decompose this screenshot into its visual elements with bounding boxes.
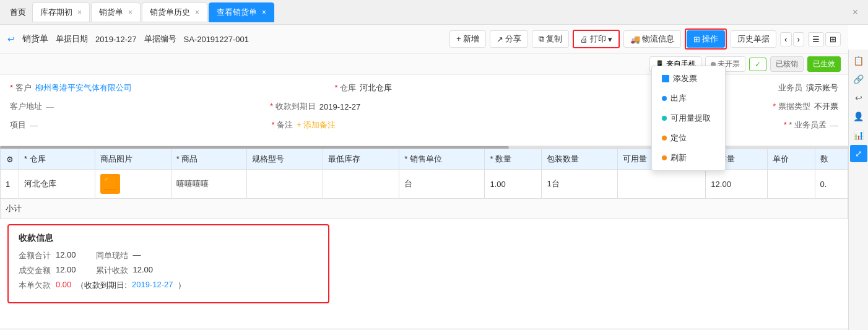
project-field: 项目 — [10, 119, 38, 131]
col-other: 数 [815, 149, 848, 170]
check-green-button[interactable]: ✓ [749, 58, 766, 71]
cumulative-value: 12.00 [133, 265, 154, 276]
view-toggle: ☰ ⊞ [808, 32, 841, 46]
list-view-button[interactable]: ☰ [808, 32, 824, 46]
staff-sale-value: — [830, 121, 838, 130]
col-min-stock: 最低库存 [323, 149, 399, 170]
logistics-button[interactable]: 🚚 物流信息 [623, 30, 681, 48]
nav-arrows: ‹ › [780, 32, 804, 46]
invoice-label: 票据类型 [773, 101, 810, 112]
pay-date-value: 2019-12-27 [319, 102, 361, 111]
sidebar-link-icon[interactable]: 🔗 [850, 71, 867, 88]
effect-button[interactable]: 已生效 [807, 56, 841, 72]
sold-button[interactable]: 已核销 [770, 56, 804, 72]
product-image: 🟧 [100, 174, 120, 194]
out-warehouse-dot [662, 96, 667, 101]
sidebar-clipboard-icon[interactable]: 📋 [850, 52, 867, 69]
menu-available-extract[interactable]: 可用量提取 [652, 108, 725, 128]
doc-num-value: SA-20191227-001 [184, 35, 250, 44]
row-warehouse: 河北仓库 [19, 170, 95, 199]
col-product: * 商品 [171, 149, 247, 170]
available-extract-dot [662, 116, 667, 121]
cumulative-label: 累计收款 [96, 265, 128, 276]
copy-button[interactable]: ⧉ 复制 [532, 30, 569, 48]
col-image: 商品图片 [95, 149, 171, 170]
doc-num-label: 单据编号 [144, 33, 176, 45]
print-button[interactable]: 🖨 打印 ▾ [573, 30, 620, 48]
row-price [768, 170, 815, 199]
share-button[interactable]: ↗ 分享 [490, 30, 528, 48]
next-button[interactable]: › [793, 32, 804, 46]
row-other: 0. [815, 170, 848, 199]
window-close-button[interactable]: × [848, 7, 863, 18]
tab-sales-history-close[interactable]: × [195, 8, 199, 17]
tab-sales-close[interactable]: × [128, 8, 132, 17]
row-unit: 台 [399, 170, 485, 199]
cumulative-item: 累计收款 12.00 [96, 265, 154, 276]
tab-sales-history[interactable]: 销货单历史 × [142, 2, 207, 22]
payment-row-2: 成交金额 12.00 累计收款 12.00 [19, 265, 318, 276]
add-remark-button[interactable]: + 添加备注 [297, 119, 336, 131]
sidebar-user-icon[interactable]: 👤 [850, 108, 867, 125]
customer-field: 客户 柳州粤港平安气体有限公司 [10, 82, 132, 93]
tab-sales[interactable]: 销货单 × [91, 2, 141, 22]
doc-icon: ↩ [7, 34, 15, 44]
tab-inventory-close[interactable]: × [77, 8, 82, 17]
table-row: 1 河北仓库 🟧 嘻嘻嘻嘻 台 1.00 1台 12.00 [1, 170, 848, 199]
total-value: 12.00 [56, 250, 76, 261]
trade-value: 12.00 [56, 265, 76, 276]
col-spec: 规格型号 [247, 149, 323, 170]
row-pack-qty: 1台 [542, 170, 618, 199]
tab-inventory[interactable]: 库存期初 × [32, 2, 90, 22]
grid-view-button[interactable]: ⊞ [825, 32, 841, 46]
project-value: — [30, 121, 38, 130]
sidebar-expand-icon[interactable]: ⤢ [850, 145, 867, 162]
toolbar-right: + 新增 ↗ 分享 ⧉ 复制 🖨 打印 ▾ 🚚 物流信息 [449, 28, 841, 50]
address-value: — [46, 102, 54, 111]
menu-locate[interactable]: 定位 [652, 128, 725, 148]
row-image: 🟧 [95, 170, 171, 199]
staff-sale-label: * 业务员孟 [784, 119, 827, 131]
sidebar-return-icon[interactable]: ↩ [850, 89, 867, 106]
same-order-value: — [133, 250, 141, 261]
operation-button[interactable]: ⊞ 操作 [687, 30, 725, 48]
payment-info-box: 收款信息 金额合计 12.00 同单现结 — 成交金额 12.00 累计收款 [7, 224, 329, 303]
truck-icon: 🚚 [630, 35, 640, 44]
menu-refresh[interactable]: 刷新 [652, 148, 725, 168]
row-product: 嘻嘻嘻嘻 [171, 170, 247, 199]
col-pack-qty: 包装数量 [542, 149, 618, 170]
col-unit: * 销售单位 [399, 149, 485, 170]
tab-home[interactable]: 首页 [5, 7, 31, 18]
tab-view-sales-close[interactable]: × [262, 8, 266, 17]
total-label: 金额合计 [19, 250, 51, 261]
remark-label: 备注 [272, 119, 293, 131]
payment-info-title: 收款信息 [19, 233, 318, 244]
add-button[interactable]: + 新增 [449, 30, 486, 48]
table-subtotal-row: 小计 [1, 199, 848, 219]
check-green-icon: ✓ [755, 60, 761, 69]
print-dropdown-arrow[interactable]: ▾ [608, 35, 612, 44]
print-icon: 🖨 [580, 35, 588, 44]
col-warehouse: * 仓库 [19, 149, 95, 170]
remark-field: 备注 + 添加备注 [272, 119, 336, 131]
prev-button[interactable]: ‹ [780, 32, 791, 46]
row-no: 1 [1, 170, 19, 199]
refresh-dot [662, 155, 667, 160]
history-button[interactable]: 历史单据 [731, 30, 776, 48]
customer-label: 客户 [10, 82, 32, 93]
menu-add-invoice[interactable]: 添发票 [652, 69, 725, 89]
due-value: 0.00 [56, 280, 71, 291]
address-label: 客户地址 [10, 101, 42, 112]
sidebar-chart-icon[interactable]: 📊 [850, 126, 867, 144]
due-item: 本单欠款 0.00 （收款到期日: 2019-12-27 ） [19, 280, 186, 291]
menu-out-warehouse[interactable]: 出库 [652, 89, 725, 108]
customer-value[interactable]: 柳州粤港平安气体有限公司 [35, 82, 132, 93]
staff-field: 业务员 演示账号 [778, 82, 838, 93]
payment-row-1: 金额合计 12.00 同单现结 — [19, 250, 318, 261]
due-note-before: （收款到期日: [76, 280, 127, 291]
trade-label: 成交金额 [19, 265, 51, 276]
doc-date-label: 单据日期 [56, 33, 88, 45]
due-label: 本单欠款 [19, 280, 51, 291]
tab-view-sales[interactable]: 查看销货单 × [209, 2, 274, 22]
total-item: 金额合计 12.00 [19, 250, 76, 261]
